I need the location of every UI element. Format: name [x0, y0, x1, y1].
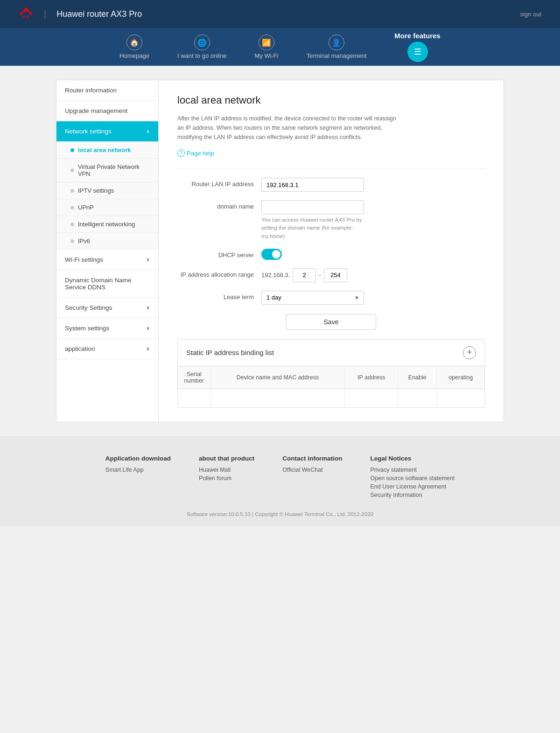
nav-more-features[interactable]: More features ☰: [394, 32, 440, 62]
save-row: Save: [177, 314, 485, 330]
sidebar-item-application[interactable]: application ∨: [56, 339, 158, 359]
table-row: [178, 389, 484, 407]
footer-link-huawei-mall[interactable]: Huawei Mall: [199, 467, 254, 473]
nav-online-icon: 🌐: [194, 35, 210, 50]
dot-icon: [70, 223, 74, 226]
add-binding-button[interactable]: +: [463, 346, 476, 359]
toggle-slider: [261, 249, 282, 260]
ip-range-label: IP address allocation range: [177, 268, 261, 278]
sidebar-item-ddns-label: Dynamic Domain Name Service DDNS: [65, 277, 150, 291]
sidebar-item-router-info[interactable]: Router information: [56, 80, 158, 101]
static-ip-title: Static IP address binding list: [186, 349, 274, 356]
dot-icon: [70, 206, 74, 209]
nav-homepage-label: Homepage: [119, 52, 149, 59]
footer-link-eula[interactable]: End User License Agreement: [371, 483, 455, 490]
page-help-link[interactable]: ? Page help: [177, 149, 485, 157]
footer-inner: Application download Smart Life App abou…: [70, 455, 490, 500]
ip-start-input[interactable]: [293, 268, 316, 282]
lease-select[interactable]: 1 day 2 days 7 days 12 hours 1 hour: [261, 291, 364, 305]
ip-end-input[interactable]: [324, 268, 347, 282]
col-device: Device name and MAC address: [210, 366, 345, 389]
lease-row: Lease term 1 day 2 days 7 days 12 hours …: [177, 291, 485, 305]
cell-operating: [437, 389, 484, 407]
lan-ip-row: Router LAN IP address: [177, 178, 485, 192]
lease-select-wrapper: 1 day 2 days 7 days 12 hours 1 hour ▼: [261, 291, 364, 305]
sidebar-item-application-label: application: [65, 345, 95, 352]
domain-hint: You can access Huawei router AX3 Pro by …: [261, 216, 373, 240]
nav-wifi-icon: 📶: [259, 35, 274, 50]
chevron-up-icon: ∧: [146, 128, 150, 134]
footer-link-opensource[interactable]: Open source software statement: [371, 475, 455, 482]
sidebar-item-upgrade[interactable]: Upgrade management: [56, 101, 158, 121]
footer-copyright: Software version:10.0.5.33 | Copyright ©…: [0, 511, 560, 517]
page-help-label: Page help: [187, 150, 214, 157]
col-serial: Serialnumber: [178, 366, 210, 389]
sidebar-item-system-label: System settings: [65, 325, 109, 332]
page-title: local area network: [177, 94, 485, 106]
nav-terminal[interactable]: 👤 Terminal management: [307, 35, 367, 59]
sidebar-item-network-settings-label: Network settings: [65, 128, 112, 135]
help-circle-icon: ?: [177, 149, 185, 157]
footer-link-pollen[interactable]: Pollen forum: [199, 475, 254, 482]
dhcp-toggle[interactable]: [261, 249, 282, 260]
footer-link-wechat[interactable]: Official WeChat: [282, 467, 342, 473]
nav-wifi-label: My Wi-Fi: [254, 52, 278, 59]
sidebar-sub-ipv6-label: IPv6: [78, 237, 90, 244]
huawei-logo-icon: [19, 6, 34, 22]
footer: Application download Smart Life App abou…: [0, 436, 560, 526]
nav-homepage-icon: 🏠: [126, 35, 142, 50]
footer-link-security[interactable]: Security Information: [371, 492, 455, 498]
sidebar-item-wifi-settings[interactable]: Wi-Fi settings ∨: [56, 250, 158, 270]
footer-col-download-heading: Application download: [105, 455, 171, 462]
ip-prefix: 192.168.3.: [261, 272, 290, 279]
sign-out-link[interactable]: sign out: [520, 11, 541, 18]
sidebar-sub-lan[interactable]: local area network: [56, 142, 158, 159]
dot-icon: [70, 189, 74, 193]
sidebar-sub-intelligent[interactable]: Intelligent networking: [56, 216, 158, 233]
main-container: Router information Upgrade management Ne…: [56, 80, 504, 422]
header: | Huawei router AX3 Pro sign out: [0, 0, 560, 28]
sidebar-sub-intelligent-label: Intelligent networking: [78, 221, 135, 228]
nav-homepage[interactable]: 🏠 Homepage: [119, 35, 149, 59]
lan-ip-control: [261, 178, 485, 192]
ip-range-control: 192.168.3. -: [261, 268, 485, 282]
nav-wifi[interactable]: 📶 My Wi-Fi: [254, 35, 278, 59]
footer-col-download: Application download Smart Life App: [105, 455, 171, 500]
sidebar-sub-ipv6[interactable]: IPv6: [56, 233, 158, 250]
chevron-down-icon: ∨: [146, 346, 150, 352]
save-button[interactable]: Save: [286, 314, 377, 330]
sidebar-item-security[interactable]: Security Settings ∨: [56, 298, 158, 318]
col-enable: Enable: [398, 366, 437, 389]
sidebar-item-security-label: Security Settings: [65, 304, 112, 311]
nav-terminal-label: Terminal management: [307, 52, 367, 59]
dot-icon: [70, 168, 74, 172]
ip-dash: -: [319, 272, 321, 279]
sidebar-item-wifi-settings-label: Wi-Fi settings: [65, 256, 103, 263]
cell-device: [210, 389, 345, 407]
cell-enable: [398, 389, 437, 407]
footer-link-privacy[interactable]: Privacy statement: [371, 467, 455, 473]
sidebar-sub-upnp-label: UPnP: [78, 204, 94, 211]
table-header-row: Serialnumber Device name and MAC address…: [178, 366, 484, 389]
footer-link-smart-life[interactable]: Smart Life App: [105, 467, 171, 473]
nav-online[interactable]: 🌐 I want to go online: [177, 35, 227, 59]
sidebar-item-ddns[interactable]: Dynamic Domain Name Service DDNS: [56, 270, 158, 298]
domain-input[interactable]: [261, 200, 364, 214]
dhcp-control: [261, 249, 485, 260]
lease-control: 1 day 2 days 7 days 12 hours 1 hour ▼: [261, 291, 485, 305]
static-ip-table: Serialnumber Device name and MAC address…: [178, 366, 484, 408]
sidebar-sub-upnp[interactable]: UPnP: [56, 199, 158, 216]
sidebar-sub-vpn-label: Virtual Private Network VPN: [78, 163, 150, 177]
lan-ip-input[interactable]: [261, 178, 364, 192]
divider: [177, 168, 485, 168]
sidebar-sub-iptv[interactable]: IPTV settings: [56, 182, 158, 199]
dot-icon: [70, 239, 74, 243]
sidebar-item-network-settings[interactable]: Network settings ∧: [56, 121, 158, 142]
sidebar-item-system[interactable]: System settings ∨: [56, 318, 158, 339]
content-area: local area network After the LAN IP addr…: [159, 80, 504, 422]
sidebar-item-router-info-label: Router information: [65, 87, 117, 94]
footer-col-legal-heading: Legal Notices: [371, 455, 455, 462]
chevron-down-icon: ∨: [146, 305, 150, 311]
sidebar-sub-vpn[interactable]: Virtual Private Network VPN: [56, 159, 158, 182]
cell-ip: [345, 389, 398, 407]
